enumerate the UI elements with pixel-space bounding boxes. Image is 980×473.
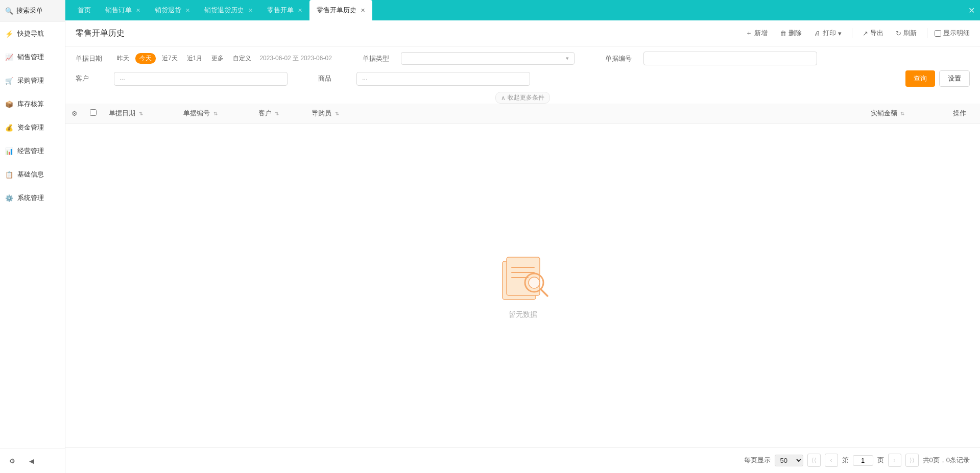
page-title: 零售开单历史 (76, 28, 125, 39)
delete-icon: 🗑 (780, 30, 786, 37)
print-button[interactable]: 🖨 打印 ▾ (811, 27, 845, 40)
col-salesperson-sort-icon[interactable]: ⇅ (335, 111, 339, 116)
tab-sales-return-history[interactable]: 销货退货历史 ✕ (197, 0, 260, 20)
sidebar-item-purchase-mgmt[interactable]: 🛒 采购管理 (0, 69, 65, 92)
tab-retail-open-close[interactable]: ✕ (298, 7, 302, 14)
print-arrow-icon: ▾ (838, 30, 842, 37)
next-page-button[interactable]: › (888, 454, 901, 467)
basic-info-icon: 📋 (5, 170, 13, 179)
date-btn-more[interactable]: 更多 (208, 53, 227, 64)
search-icon: 🔍 (5, 7, 13, 15)
tab-bar-right: ✕ (968, 6, 975, 15)
sidebar: 🔍 搜索采单 ⚡ 快捷导航 📈 销售管理 🛒 采购管理 📦 库存核算 💰 资金管… (0, 0, 65, 473)
filter-row-1: 单据日期 昨天 今天 近7天 近1月 更多 自定义 2023-06-02 至 2… (76, 52, 970, 65)
sidebar-item-label: 基础信息 (17, 170, 44, 179)
tab-home-label: 首页 (78, 6, 91, 15)
col-date-sort-icon[interactable]: ⇅ (139, 111, 143, 116)
refresh-icon: ↻ (896, 30, 901, 37)
sidebar-item-inventory[interactable]: 📦 库存核算 (0, 92, 65, 116)
date-quick-btns: 昨天 今天 近7天 近1月 更多 自定义 2023-06-02 至 2023-0… (114, 53, 332, 64)
query-button[interactable]: 查询 (905, 70, 935, 87)
table-header: ⚙ 单据日期 ⇅ 单据编号 ⇅ (65, 104, 980, 123)
col-customer-sort-icon[interactable]: ⇅ (275, 111, 279, 116)
tab-sales-order[interactable]: 销售订单 ✕ (98, 0, 148, 20)
date-btn-today[interactable]: 今天 (135, 53, 156, 64)
date-btn-7days[interactable]: 近7天 (159, 53, 181, 64)
tab-sales-order-label: 销售订单 (105, 6, 132, 15)
header-actions: ＋ 新增 🗑 删除 🖨 打印 ▾ ↗ 导出 ↻ 刷新 (743, 27, 970, 40)
col-amount-label: 实销金额 (871, 109, 897, 117)
bill-type-select[interactable]: ▾ (401, 52, 575, 65)
page-label-before: 第 (842, 456, 849, 465)
display-detail-checkbox[interactable] (935, 30, 941, 37)
sidebar-item-label: 系统管理 (17, 193, 44, 203)
refresh-label: 刷新 (903, 29, 917, 38)
add-button[interactable]: ＋ 新增 (743, 27, 771, 40)
tab-bar: 首页 销售订单 ✕ 销货退货 ✕ 销货退货历史 ✕ 零售开单 ✕ 零售开单历史 … (65, 0, 980, 20)
page-size-label: 每页显示 (744, 456, 771, 465)
tab-retail-history-close[interactable]: ✕ (361, 7, 365, 14)
settings-bottom-button[interactable]: ⚙ (5, 454, 19, 468)
tab-sales-return[interactable]: 销货退货 ✕ (148, 0, 197, 20)
col-checkbox (84, 104, 103, 123)
collapse-button[interactable]: ∧ 收起更多条件 (495, 92, 550, 104)
col-amount-sort-icon[interactable]: ⇅ (900, 111, 904, 116)
refresh-button[interactable]: ↻ 刷新 (893, 27, 920, 40)
table-settings-icon[interactable]: ⚙ (71, 110, 78, 117)
col-salesperson: 导购员 ⇅ (305, 104, 369, 123)
sidebar-item-basic-info[interactable]: 📋 基础信息 (0, 163, 65, 186)
sidebar-item-finance[interactable]: 💰 资金管理 (0, 116, 65, 139)
col-operation-label: 操作 (953, 109, 966, 117)
settings-button[interactable]: 设置 (939, 70, 970, 87)
col-date-label: 单据日期 (109, 109, 135, 117)
col-number-sort-icon[interactable]: ⇅ (213, 111, 218, 116)
last-page-button[interactable]: ⟩⟩ (905, 454, 919, 467)
sidebar-item-label: 库存核算 (17, 99, 44, 109)
sidebar-item-sales-mgmt[interactable]: 📈 销售管理 (0, 45, 65, 69)
sidebar-item-label: 采购管理 (17, 76, 44, 85)
date-btn-custom[interactable]: 自定义 (230, 53, 254, 64)
tab-sales-return-close[interactable]: ✕ (185, 7, 190, 14)
col-operation: 操作 (939, 104, 980, 123)
sidebar-bottom: ⚙ ◀ (0, 448, 65, 473)
sidebar-item-quick-nav[interactable]: ⚡ 快捷导航 (0, 22, 65, 45)
customer-input[interactable]: ··· (114, 72, 288, 86)
purchase-icon: 🛒 (5, 77, 13, 85)
select-all-checkbox[interactable] (90, 109, 97, 116)
date-btn-yesterday[interactable]: 昨天 (114, 53, 132, 64)
empty-icon (492, 251, 554, 302)
prev-page-button[interactable]: ‹ (825, 454, 838, 467)
sidebar-item-system[interactable]: ⚙️ 系统管理 (0, 186, 65, 210)
tab-retail-history[interactable]: 零售开单历史 ✕ (309, 0, 372, 20)
col-salesperson-label: 导购员 (312, 109, 331, 117)
col-number-label: 单据编号 (183, 109, 210, 117)
page-size-select[interactable]: 10 20 50 100 (775, 455, 803, 466)
delete-button[interactable]: 🗑 删除 (777, 27, 805, 40)
tab-home[interactable]: 首页 (70, 0, 98, 20)
sidebar-item-operations[interactable]: 📊 经营管理 (0, 139, 65, 163)
tab-sales-return-label: 销货退货 (155, 6, 181, 15)
export-label: 导出 (870, 29, 883, 38)
tab-sales-return-history-close[interactable]: ✕ (248, 7, 253, 14)
tab-retail-open[interactable]: 零售开单 ✕ (260, 0, 309, 20)
display-detail-toggle[interactable]: 显示明细 (935, 29, 970, 38)
table-area: ⚙ 单据日期 ⇅ 单据编号 ⇅ (65, 104, 980, 473)
first-page-button[interactable]: ⟨⟨ (807, 454, 821, 467)
window-close-button[interactable]: ✕ (968, 6, 975, 15)
delete-label: 删除 (788, 29, 802, 38)
tab-sales-order-close[interactable]: ✕ (136, 7, 140, 14)
date-btn-1month[interactable]: 近1月 (184, 53, 206, 64)
collapse-sidebar-button[interactable]: ◀ (25, 454, 39, 468)
sidebar-search[interactable]: 🔍 搜索采单 (0, 0, 65, 22)
page-number-input[interactable] (853, 455, 873, 466)
col-number: 单据编号 ⇅ (177, 104, 252, 123)
export-button[interactable]: ↗ 导出 (859, 27, 887, 40)
bill-number-input[interactable] (643, 52, 817, 65)
goods-input[interactable]: ··· (356, 72, 530, 86)
system-icon: ⚙️ (5, 194, 13, 202)
total-label: 共0页，0条记录 (923, 456, 970, 465)
collapse-up-icon: ∧ (501, 94, 506, 102)
tab-sales-return-history-label: 销货退货历史 (204, 6, 244, 15)
customer-label: 客户 (76, 74, 104, 83)
goods-placeholder: ··· (362, 75, 368, 83)
